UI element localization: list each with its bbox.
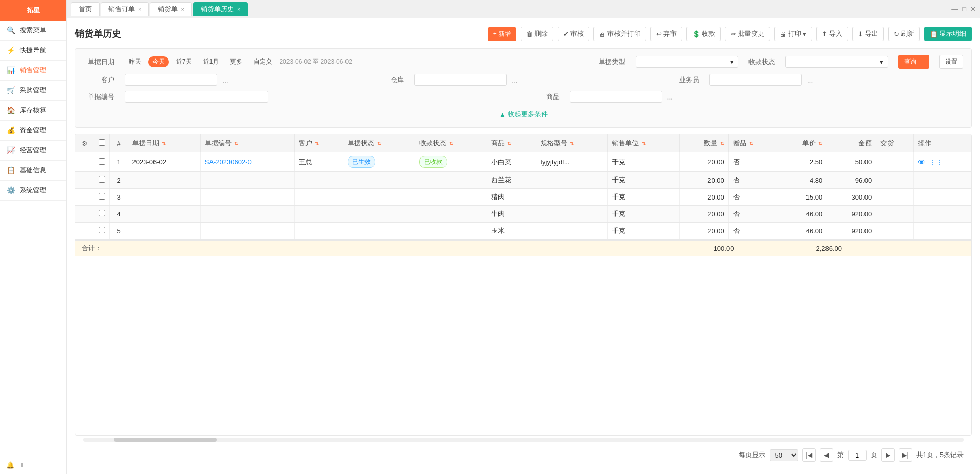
- date-tag-1month[interactable]: 近1月: [199, 56, 223, 67]
- row-checkbox[interactable]: [99, 158, 105, 165]
- row-checkbox[interactable]: [99, 193, 105, 200]
- select-all-checkbox[interactable]: [99, 139, 105, 146]
- export-button[interactable]: ⬇ 导出: [852, 27, 884, 41]
- pay-status-select[interactable]: ▾: [785, 56, 888, 68]
- new-button[interactable]: + 新增: [488, 27, 516, 41]
- sidebar-item-inventory-calc[interactable]: 🏠 库存核算: [0, 101, 66, 121]
- batch-change-button[interactable]: ✏ 批量变更: [725, 27, 770, 41]
- show-detail-icon: 📋: [930, 30, 938, 38]
- customer-input[interactable]: [125, 74, 217, 86]
- doc-no-input[interactable]: [125, 91, 268, 103]
- first-page-btn[interactable]: |◀: [802, 448, 816, 462]
- col-goods[interactable]: 商品 ⇅: [487, 134, 536, 152]
- import-button[interactable]: ⬆ 导入: [816, 27, 848, 41]
- col-gift[interactable]: 赠品 ⇅: [728, 134, 778, 152]
- td-doc-no[interactable]: [200, 189, 294, 206]
- review-button[interactable]: ✔ 审核: [558, 27, 589, 41]
- td-checkbox[interactable]: [94, 172, 109, 189]
- td-doc-no[interactable]: [200, 206, 294, 223]
- sidebar-item-quick-nav[interactable]: ⚡ 快捷导航: [0, 41, 66, 61]
- td-checkbox[interactable]: [94, 223, 109, 240]
- collapse-btn[interactable]: ▲ 收起更多条件: [84, 108, 963, 121]
- goods-picker-icon[interactable]: ...: [667, 93, 674, 101]
- tab-sales-order[interactable]: 销售订单 ×: [101, 2, 149, 16]
- td-checkbox[interactable]: [94, 189, 109, 206]
- window-minimize-btn[interactable]: —: [951, 5, 958, 13]
- page-size-select[interactable]: 50 100: [770, 449, 798, 461]
- date-tag-yesterday[interactable]: 昨天: [125, 56, 145, 67]
- horizontal-scrollbar[interactable]: [83, 438, 964, 442]
- date-tag-7days[interactable]: 近7天: [172, 56, 196, 67]
- tab-sales-history-close[interactable]: ×: [237, 6, 240, 12]
- tab-sales-goods[interactable]: 销货单 ×: [150, 2, 191, 16]
- settings-icon[interactable]: ⚙: [82, 140, 88, 147]
- abandon-button[interactable]: ↩ 弃审: [650, 27, 682, 41]
- next-page-btn[interactable]: ▶: [881, 448, 895, 462]
- review-print-button[interactable]: 🖨 审核并打印: [593, 27, 646, 41]
- delete-button[interactable]: 🗑 删除: [521, 27, 553, 41]
- sidebar-item-finance-mgmt[interactable]: 💰 资金管理: [0, 121, 66, 141]
- sidebar-bottom-icon2[interactable]: ⏸: [18, 461, 25, 469]
- row-checkbox[interactable]: [99, 210, 105, 216]
- date-tag-today[interactable]: 今天: [148, 56, 169, 67]
- more-icon[interactable]: ⋮⋮: [929, 158, 944, 166]
- show-detail-button[interactable]: 📋 显示明细: [924, 27, 972, 41]
- td-transaction: [876, 189, 914, 206]
- print-button[interactable]: 🖨 打印 ▾: [774, 27, 812, 41]
- col-price[interactable]: 单价 ⇅: [778, 134, 827, 152]
- col-qty[interactable]: 数量 ⇅: [679, 134, 728, 152]
- customer-picker-icon[interactable]: ...: [222, 76, 228, 84]
- col-unit[interactable]: 销售单位 ⇅: [608, 134, 680, 152]
- td-doc-no[interactable]: [200, 223, 294, 240]
- warehouse-picker-icon[interactable]: ...: [512, 76, 518, 84]
- sidebar-bottom-icon1[interactable]: 🔔: [6, 461, 14, 469]
- search-menu-icon: 🔍: [6, 26, 15, 35]
- tab-home[interactable]: 首页: [71, 2, 100, 16]
- sidebar-item-basic-info[interactable]: 📋 基础信息: [0, 161, 66, 181]
- sidebar-item-sales-mgmt[interactable]: 📊 销售管理: [0, 61, 66, 81]
- col-date[interactable]: 单据日期 ⇅: [128, 134, 200, 152]
- warehouse-label: 仓库: [389, 75, 404, 85]
- date-tag-more[interactable]: 更多: [226, 56, 246, 67]
- tab-sales-history[interactable]: 销货单历史 ×: [193, 2, 248, 16]
- agent-input[interactable]: [709, 74, 802, 86]
- col-customer[interactable]: 客户 ⇅: [294, 134, 343, 152]
- agent-picker-icon[interactable]: ...: [807, 76, 813, 84]
- td-doc-no[interactable]: [200, 172, 294, 189]
- tab-sales-goods-close[interactable]: ×: [181, 6, 184, 12]
- col-doc-status[interactable]: 单据状态 ⇅: [343, 134, 415, 152]
- sidebar-item-system-mgmt[interactable]: ⚙️ 系统管理: [0, 181, 66, 201]
- view-icon[interactable]: 👁: [918, 158, 925, 166]
- sidebar-item-search-menu[interactable]: 🔍 搜索菜单: [0, 21, 66, 41]
- row-checkbox[interactable]: [99, 227, 105, 233]
- td-checkbox[interactable]: [94, 206, 109, 223]
- td-pay-status: [415, 172, 487, 189]
- sidebar-item-purchase-mgmt[interactable]: 🛒 采购管理: [0, 81, 66, 101]
- settings-button[interactable]: 设置: [939, 55, 963, 69]
- page-number-input[interactable]: [848, 450, 867, 461]
- refresh-button[interactable]: ↻ 刷新: [888, 27, 920, 41]
- col-checkbox[interactable]: [94, 134, 109, 152]
- window-close-btn[interactable]: ✕: [970, 5, 976, 13]
- query-button[interactable]: 查询: [898, 55, 929, 69]
- col-doc-no[interactable]: 单据编号 ⇅: [200, 134, 294, 152]
- td-doc-no[interactable]: SA-20230602-0: [200, 152, 294, 172]
- warehouse-input[interactable]: [414, 74, 507, 86]
- sidebar-item-ops-mgmt[interactable]: 📈 经营管理: [0, 141, 66, 161]
- collect-button[interactable]: 💲 收款: [686, 27, 721, 41]
- col-pay-status[interactable]: 收款状态 ⇅: [415, 134, 487, 152]
- prev-page-btn[interactable]: ◀: [820, 448, 833, 462]
- last-page-btn[interactable]: ▶|: [899, 448, 912, 462]
- date-tag-custom[interactable]: 自定义: [249, 56, 276, 67]
- scrollbar-thumb[interactable]: [114, 438, 217, 442]
- goods-input[interactable]: [570, 91, 662, 103]
- doc-no-link[interactable]: SA-20230602-0: [205, 158, 252, 166]
- tab-sales-order-close[interactable]: ×: [138, 6, 141, 12]
- window-maximize-btn[interactable]: □: [962, 5, 966, 13]
- doc-type-select[interactable]: ▾: [636, 56, 738, 68]
- col-settings[interactable]: ⚙: [75, 134, 94, 152]
- td-doc-status: 已生效: [343, 152, 415, 172]
- col-spec[interactable]: 规格型号 ⇅: [536, 134, 608, 152]
- row-checkbox[interactable]: [99, 176, 105, 183]
- td-checkbox[interactable]: [94, 152, 109, 172]
